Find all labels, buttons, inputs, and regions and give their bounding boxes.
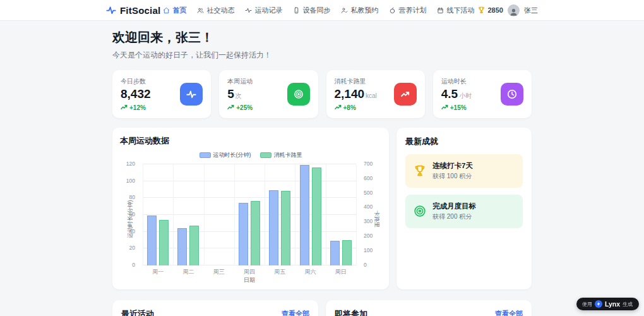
- axis-tick: 300: [364, 219, 373, 224]
- bar-calories: [312, 167, 321, 265]
- axis-tick: 60: [129, 212, 135, 217]
- trending-up-icon: [394, 83, 417, 106]
- legend-swatch: [200, 152, 211, 158]
- stat-card-steps: 今日步数 8,432 +12%: [112, 70, 211, 118]
- x-axis-ticks: 周一周二周三周四周五周六周日: [143, 268, 356, 276]
- brand-logo[interactable]: FitSocial: [106, 5, 160, 16]
- gridline: [143, 164, 356, 164]
- apple-icon: [389, 7, 396, 14]
- bar-duration: [330, 241, 340, 265]
- nav-item-devices[interactable]: 设备同步: [293, 6, 330, 15]
- stat-card-duration: 运动时长 4.5小时 +15%: [433, 70, 532, 118]
- upcoming-events-title: 即将参加: [335, 308, 367, 316]
- bar-chart: 运动时长(分钟) 卡路里 020406080100120 01002003004…: [120, 162, 381, 283]
- gridline: [295, 164, 295, 265]
- axis-tick: 200: [364, 233, 373, 239]
- bar-calories: [251, 201, 260, 265]
- calendar-icon: [437, 7, 444, 14]
- trend-up-icon: [441, 104, 448, 111]
- bar-duration: [239, 203, 248, 265]
- weekly-chart-card: 本周运动数据 运动时长(分钟) 消耗卡路里 运动时长(分钟) 卡路里 02040…: [112, 128, 389, 289]
- lynx-badge[interactable]: 使用 Lynx 生成: [576, 298, 639, 310]
- chart-plot-area: [143, 164, 356, 265]
- user-name[interactable]: 张三: [524, 6, 538, 15]
- upcoming-events-card: 即将参加 查看全部: [326, 300, 532, 316]
- bar-calories: [189, 226, 199, 265]
- gridline: [143, 181, 356, 181]
- axis-tick: 100: [364, 248, 373, 253]
- gridline: [143, 265, 356, 265]
- axis-tick: 120: [126, 161, 135, 167]
- points-badge[interactable]: 2850: [477, 6, 503, 15]
- main-nav: 首页 社交动态 运动记录 设备同步 私教预约 营养计划: [163, 6, 474, 15]
- activity-icon: [245, 7, 252, 14]
- x-axis-tick: 周六: [295, 268, 325, 276]
- x-axis-tick: 周日: [326, 268, 356, 276]
- axis-tick: 700: [364, 161, 373, 167]
- trend-badge: +25%: [227, 104, 253, 111]
- axis-tick: 0: [364, 262, 367, 268]
- achievement-item-streak[interactable]: 连续打卡7天 获得 100 积分: [405, 154, 523, 188]
- target-icon: [413, 204, 427, 218]
- x-axis-tick: 周四: [234, 268, 265, 276]
- axis-tick: 0: [132, 262, 135, 268]
- x-axis-tick: 周二: [173, 268, 203, 276]
- gridline: [143, 214, 356, 215]
- y-axis-ticks-left: 020406080100120: [120, 164, 139, 265]
- recent-activity-title: 最近活动: [121, 308, 154, 316]
- stat-card-calories: 消耗卡路里 2,140kcal +8%: [326, 70, 425, 118]
- trend-badge: +8%: [335, 104, 377, 111]
- nav-item-social[interactable]: 社交动态: [197, 6, 234, 15]
- achievement-item-goal[interactable]: 完成月度目标 获得 200 积分: [405, 195, 523, 228]
- gridline: [356, 164, 357, 265]
- stats-row: 今日步数 8,432 +12% 本周运动 5次 +25%: [112, 70, 532, 118]
- nav-item-trainer[interactable]: 私教预约: [341, 6, 378, 15]
- lynx-logo-icon: [595, 300, 602, 308]
- bar-calories: [342, 240, 352, 265]
- trophy-icon: [477, 6, 486, 15]
- user-area: 2850 张三: [477, 4, 538, 16]
- legend-item-calories[interactable]: 消耗卡路里: [260, 151, 302, 159]
- bar-calories: [281, 191, 290, 265]
- page-title: 欢迎回来，张三！: [112, 29, 532, 46]
- y-axis-ticks-right: 0100200300400500600700: [360, 164, 381, 265]
- axis-tick: 600: [364, 176, 373, 181]
- brand-name: FitSocial: [120, 5, 160, 16]
- bar-calories: [159, 220, 169, 265]
- trend-up-icon: [335, 104, 342, 111]
- axis-tick: 80: [129, 195, 135, 200]
- bar-duration: [177, 228, 187, 265]
- users-icon: [197, 7, 204, 14]
- gridline: [143, 164, 143, 265]
- gridline: [234, 164, 235, 265]
- trend-badge: +15%: [441, 104, 472, 111]
- view-all-link[interactable]: 查看全部: [495, 309, 523, 316]
- top-navbar: FitSocial 首页 社交动态 运动记录 设备同步 私教预约: [0, 0, 644, 21]
- axis-tick: 400: [364, 204, 373, 210]
- x-axis-tick: 周三: [204, 268, 234, 276]
- view-all-link[interactable]: 查看全部: [282, 309, 309, 316]
- chart-legend: 运动时长(分钟) 消耗卡路里: [120, 151, 381, 159]
- nav-item-home[interactable]: 首页: [163, 6, 186, 15]
- gridline: [143, 231, 356, 232]
- chart-title: 本周运动数据: [120, 135, 381, 147]
- activity-icon: [180, 83, 203, 106]
- recent-activity-card: 最近活动 查看全部: [112, 300, 318, 316]
- x-axis-label: 日期: [143, 276, 356, 284]
- nav-item-events[interactable]: 线下活动: [437, 6, 474, 15]
- smartphone-icon: [293, 7, 300, 14]
- gridline: [326, 164, 326, 265]
- gridline: [143, 248, 356, 248]
- bar-duration: [269, 190, 278, 265]
- pulse-logo-icon: [106, 5, 116, 15]
- axis-tick: 100: [126, 178, 135, 184]
- legend-item-duration[interactable]: 运动时长(分钟): [200, 151, 251, 159]
- axis-tick: 20: [129, 245, 135, 251]
- bar-duration: [300, 165, 309, 265]
- nav-item-workouts[interactable]: 运动记录: [245, 6, 282, 15]
- x-axis-tick: 周五: [265, 268, 295, 276]
- nav-item-nutrition[interactable]: 营养计划: [389, 6, 426, 15]
- bar-duration: [147, 216, 157, 265]
- avatar[interactable]: [508, 4, 520, 16]
- trophy-icon: [413, 164, 427, 178]
